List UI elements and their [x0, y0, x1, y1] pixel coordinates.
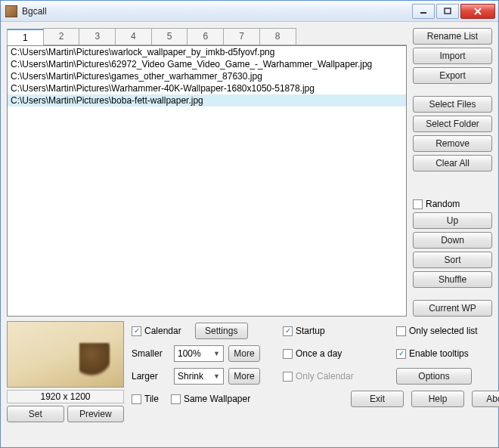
- export-button[interactable]: Export: [413, 67, 492, 84]
- preview-image: [7, 321, 124, 388]
- only-calendar-checkbox: Only Calendar: [283, 371, 389, 382]
- smaller-value: 100%: [178, 348, 201, 359]
- settings-button[interactable]: Settings: [195, 323, 248, 339]
- smaller-label: Smaller: [132, 348, 169, 359]
- startup-checkbox[interactable]: Startup: [283, 326, 389, 336]
- exit-button[interactable]: Exit: [351, 391, 404, 407]
- preview-buttons: Set Preview: [7, 406, 124, 422]
- tab-5[interactable]: 5: [151, 28, 188, 45]
- minimize-button[interactable]: [412, 4, 435, 19]
- smaller-more-button[interactable]: More: [228, 345, 260, 362]
- preview-resolution: 1920 x 1200: [7, 390, 124, 403]
- close-button[interactable]: [460, 4, 495, 19]
- list-item[interactable]: C:\Users\Martin\Pictures\Warhammer-40K-W…: [8, 82, 406, 94]
- window-title: Bgcall: [22, 6, 411, 17]
- only-calendar-label: Only Calendar: [296, 371, 354, 382]
- tab-1[interactable]: 1: [7, 29, 44, 45]
- sort-button[interactable]: Sort: [413, 252, 492, 268]
- larger-label: Larger: [132, 371, 169, 382]
- tab-3[interactable]: 3: [79, 28, 116, 45]
- up-button[interactable]: Up: [413, 212, 492, 229]
- current-wp-button[interactable]: Current WP: [413, 300, 492, 317]
- select-folder-button[interactable]: Select Folder: [413, 116, 492, 132]
- window: Bgcall 12345678 C:\Users\Martin\Pictures…: [0, 0, 499, 448]
- svg-rect-1: [445, 8, 451, 14]
- preview-button[interactable]: Preview: [67, 406, 125, 422]
- checkbox-icon: [132, 394, 141, 404]
- calendar-checkbox[interactable]: Calendar: [132, 326, 181, 336]
- clear-all-button[interactable]: Clear All: [413, 155, 492, 171]
- chevron-down-icon: ▼: [213, 372, 220, 380]
- rename-list-button[interactable]: Rename List: [413, 28, 492, 45]
- tab-7[interactable]: 7: [223, 28, 260, 45]
- app-icon: [5, 5, 17, 17]
- same-wallpaper-checkbox[interactable]: Same Wallpaper: [171, 394, 250, 404]
- list-item[interactable]: C:\Users\Martin\Pictures\boba-fett-wallp…: [8, 94, 406, 107]
- about-button[interactable]: About: [472, 391, 499, 407]
- tab-6[interactable]: 6: [187, 28, 224, 45]
- list-item[interactable]: C:\Users\Martin\Pictures\62972_Video Gam…: [8, 58, 406, 70]
- larger-combo[interactable]: Shrink▼: [174, 368, 224, 385]
- checkbox-icon: [413, 199, 423, 209]
- larger-value: Shrink: [178, 371, 203, 382]
- tile-label: Tile: [144, 394, 159, 404]
- tab-4[interactable]: 4: [115, 28, 152, 45]
- chevron-down-icon: ▼: [213, 350, 220, 357]
- tile-checkbox[interactable]: Tile: [132, 394, 159, 404]
- checkbox-icon: [171, 394, 181, 404]
- window-controls: [411, 4, 495, 19]
- list-item[interactable]: C:\Users\Martin\Pictures\games_other_war…: [8, 70, 406, 82]
- checkbox-icon: [396, 326, 406, 336]
- tab-2[interactable]: 2: [43, 28, 80, 45]
- help-button[interactable]: Help: [411, 391, 464, 407]
- set-button[interactable]: Set: [7, 406, 64, 422]
- once-a-day-label: Once a day: [296, 348, 342, 359]
- smaller-combo[interactable]: 100%▼: [174, 345, 224, 362]
- random-label: Random: [426, 199, 460, 209]
- random-checkbox[interactable]: Random: [413, 199, 492, 209]
- shuffle-button[interactable]: Shuffle: [413, 271, 492, 288]
- options-button[interactable]: Options: [396, 368, 472, 385]
- once-a-day-checkbox[interactable]: Once a day: [283, 348, 389, 359]
- client-area: 12345678 C:\Users\Martin\Pictures\warloc…: [1, 22, 498, 447]
- larger-more-button[interactable]: More: [228, 368, 260, 385]
- checkbox-icon: [283, 349, 293, 359]
- top-row: 12345678 C:\Users\Martin\Pictures\warloc…: [7, 28, 492, 317]
- file-list[interactable]: C:\Users\Martin\Pictures\warlock_wallpap…: [7, 45, 407, 317]
- checkbox-icon: [132, 326, 141, 336]
- only-selected-checkbox[interactable]: Only selected list: [396, 326, 499, 336]
- down-button[interactable]: Down: [413, 232, 492, 249]
- startup-label: Startup: [296, 326, 325, 336]
- checkbox-icon: [283, 326, 293, 336]
- remove-button[interactable]: Remove: [413, 135, 492, 152]
- bottom-row: 1920 x 1200 Set Preview Calendar Setting…: [7, 321, 492, 422]
- select-files-button[interactable]: Select Files: [413, 96, 492, 113]
- tab-8[interactable]: 8: [259, 28, 296, 45]
- left-column: 12345678 C:\Users\Martin\Pictures\warloc…: [7, 28, 407, 317]
- maximize-button[interactable]: [436, 4, 459, 19]
- enable-tooltips-checkbox[interactable]: Enable tooltips: [396, 348, 499, 359]
- titlebar[interactable]: Bgcall: [1, 1, 498, 22]
- checkbox-icon: [396, 349, 406, 359]
- preview-column: 1920 x 1200 Set Preview: [7, 321, 124, 422]
- list-item[interactable]: C:\Users\Martin\Pictures\warlock_wallpap…: [8, 46, 406, 58]
- calendar-label: Calendar: [144, 326, 181, 336]
- import-button[interactable]: Import: [413, 48, 492, 64]
- tab-strip: 12345678: [7, 28, 407, 45]
- only-selected-label: Only selected list: [409, 326, 478, 336]
- same-wallpaper-label: Same Wallpaper: [184, 394, 250, 404]
- enable-tooltips-label: Enable tooltips: [409, 348, 469, 359]
- checkbox-icon: [283, 372, 293, 382]
- options-grid: Calendar Settings Startup Only selected …: [132, 321, 499, 422]
- right-column: Rename List Import Export Select Files S…: [413, 28, 492, 317]
